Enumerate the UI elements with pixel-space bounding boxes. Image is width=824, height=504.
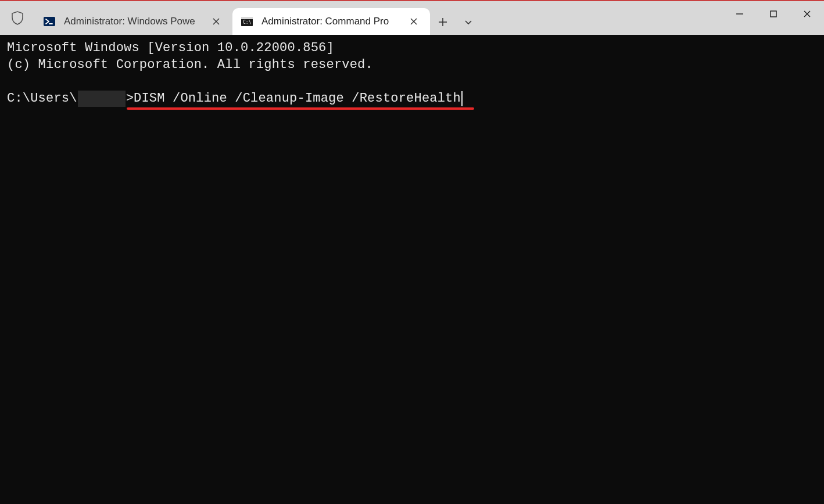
tab-dropdown-button[interactable] [456,9,481,35]
command-text: DISM /Online /Cleanup-Image /RestoreHeal… [134,90,461,107]
annotation-underline [127,107,474,110]
new-tab-button[interactable] [430,9,456,35]
tab-close-button[interactable] [208,13,224,30]
plus-icon [438,17,447,27]
powershell-icon [43,15,56,28]
prompt-suffix: > [126,90,134,107]
chevron-down-icon [464,18,472,26]
titlebar-left [0,1,35,35]
prompt-prefix: C:\Users\ [7,90,77,107]
terminal-blank-line [7,73,817,90]
terminal-line-version: Microsoft Windows [Version 10.0.22000.85… [7,39,817,56]
cmd-icon: C:\ [241,15,253,28]
redacted-username [78,91,126,107]
tab-close-button[interactable] [406,13,422,30]
titlebar: Administrator: Windows Powe C:\ Administ… [0,1,824,35]
svg-rect-0 [44,17,55,26]
terminal-output[interactable]: Microsoft Windows [Version 10.0.22000.85… [0,35,824,504]
tab-command-prompt[interactable]: C:\ Administrator: Command Pro [232,8,430,35]
minimize-icon [736,10,744,18]
svg-rect-5 [241,17,253,19]
close-icon [410,18,417,25]
svg-text:C:\: C:\ [243,20,252,25]
close-icon [213,18,220,25]
tab-powershell[interactable]: Administrator: Windows Powe [35,8,232,35]
minimize-button[interactable] [723,1,757,27]
window-controls [723,1,824,27]
svg-rect-12 [771,11,776,17]
terminal-prompt-line: C:\Users\>DISM /Online /Cleanup-Image /R… [7,90,817,107]
maximize-icon [769,10,778,18]
tab-label: Administrator: Command Pro [261,16,401,27]
close-icon [803,10,811,18]
text-cursor [461,91,463,106]
window-close-button[interactable] [790,1,824,27]
terminal-line-copyright: (c) Microsoft Corporation. All rights re… [7,56,817,73]
tab-label: Administrator: Windows Powe [64,16,203,27]
shield-admin-icon [10,11,24,25]
tab-strip: Administrator: Windows Powe C:\ Administ… [35,1,481,35]
maximize-button[interactable] [757,1,790,27]
